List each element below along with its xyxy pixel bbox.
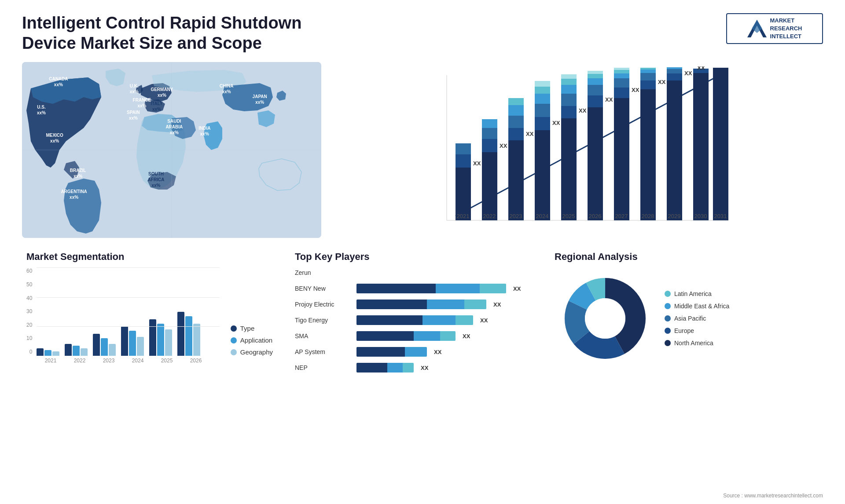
- svg-text:2021: 2021: [457, 213, 470, 219]
- player-bar-projoy-mid: [427, 299, 464, 309]
- regional-label-mea: Middle East & Africa: [674, 303, 729, 310]
- map-label-brazil: BRAZILxx%: [70, 168, 86, 179]
- svg-text:XX: XX: [500, 142, 507, 149]
- player-xx-sma: XX: [463, 333, 470, 340]
- player-name-projoy: Projoy Electric: [295, 301, 352, 308]
- player-bar-projoy: [356, 299, 486, 309]
- seg-x-2025: 2025: [155, 358, 179, 364]
- map-label-argentina: ARGENTINAxx%: [61, 189, 87, 200]
- map-label-china: CHINAxx%: [220, 83, 234, 95]
- svg-rect-15: [482, 139, 497, 152]
- seg-x-2021: 2021: [39, 358, 62, 364]
- seg-legend: Type Application Geography: [231, 325, 273, 356]
- seg-bar-type-2023: [93, 334, 100, 356]
- seg-bar-type-2026: [177, 312, 184, 356]
- svg-rect-52: [614, 88, 629, 98]
- svg-rect-22: [508, 116, 524, 128]
- seg-legend-app-label: Application: [240, 336, 272, 344]
- seg-legend-geo: Geography: [231, 348, 273, 356]
- seg-group-2023: [93, 334, 116, 356]
- player-bar-ap-mid: [405, 347, 427, 357]
- svg-text:XX: XX: [697, 66, 705, 71]
- seg-legend-app-dot: [231, 337, 237, 343]
- bar-chart-svg: 2021 XX 2022 XX: [334, 66, 814, 234]
- regional-dot-apac: [665, 315, 671, 321]
- seg-bar-app-2024: [129, 331, 136, 356]
- seg-bar-app-2021: [44, 350, 51, 356]
- seg-x-2022: 2022: [68, 358, 92, 364]
- player-xx-ap: XX: [434, 349, 441, 355]
- player-bar-sma-mid: [414, 331, 440, 341]
- regional-title: Regional Analysis: [555, 251, 819, 263]
- seg-x-axis: 2021 2022 2023 2024 2025 2026: [39, 358, 273, 364]
- svg-rect-11: [456, 143, 471, 154]
- seg-x-2026: 2026: [184, 358, 208, 364]
- player-bar-sma-light: [440, 331, 456, 341]
- svg-text:XX: XX: [684, 70, 692, 77]
- player-bar-tigo-light: [456, 315, 473, 325]
- player-bar-zerun: [356, 268, 533, 278]
- map-label-southafrica: SOUTHAFRICAxx%: [148, 171, 165, 188]
- seg-bar-app-2023: [101, 338, 108, 356]
- seg-legend-type-label: Type: [240, 325, 255, 332]
- svg-text:2031: 2031: [714, 213, 727, 219]
- seg-bar-app-2025: [157, 324, 164, 356]
- svg-rect-23: [508, 105, 524, 116]
- key-players-section: Top Key Players Zerun BENY New XX: [290, 247, 537, 491]
- player-bar-nep-dark: [356, 363, 387, 373]
- svg-rect-69: [667, 67, 682, 69]
- bar-2030: 2030 XX: [693, 66, 709, 220]
- seg-bar-type-2025: [149, 319, 156, 356]
- player-row-sma: SMA XX: [295, 331, 533, 341]
- seg-group-2026: [177, 312, 200, 356]
- seg-group-2022: [65, 344, 88, 356]
- donut-svg: [555, 268, 656, 369]
- svg-text:XX: XX: [552, 120, 560, 126]
- player-name-beny: BENY New: [295, 285, 352, 292]
- world-map-section: CANADAxx% U.S.xx% MEXICOxx% BRAZILxx% AR…: [22, 62, 321, 238]
- regional-legend-na: North America: [665, 340, 729, 347]
- regional-label-na: North America: [674, 340, 713, 347]
- regional-dot-latam: [665, 291, 671, 297]
- seg-bar-app-2026: [185, 316, 192, 356]
- regional-dot-na: [665, 340, 671, 346]
- svg-text:XX: XX: [717, 66, 725, 68]
- seg-bar-type-2021: [37, 348, 44, 356]
- player-row-nep: NEP XX: [295, 363, 533, 373]
- map-label-canada: CANADAxx%: [49, 76, 68, 88]
- svg-rect-60: [640, 80, 656, 89]
- player-bar-tigo-dark: [356, 315, 422, 325]
- regional-label-latam: Latin America: [674, 290, 712, 297]
- player-xx-nep: XX: [421, 365, 428, 371]
- player-bar-beny-mid: [436, 284, 480, 293]
- player-row-tigo: Tigo Energy XX: [295, 315, 533, 325]
- regional-legend-mea: Middle East & Africa: [665, 303, 729, 310]
- svg-rect-45: [588, 85, 603, 95]
- seg-legend-type-dot: [231, 325, 237, 332]
- svg-rect-28: [535, 117, 550, 130]
- seg-legend-geo-label: Geography: [240, 348, 273, 356]
- player-bar-beny: [356, 284, 506, 293]
- header: Intelligent Control Rapid Shutdown Devic…: [22, 13, 823, 53]
- seg-legend-app: Application: [231, 336, 273, 344]
- player-bar-tigo: [356, 315, 473, 325]
- player-row-beny: BENY New XX: [295, 284, 533, 293]
- svg-rect-54: [614, 73, 629, 78]
- player-xx-tigo: XX: [480, 317, 488, 324]
- svg-rect-10: [456, 154, 471, 168]
- bar-2023: 2023 XX: [508, 98, 534, 220]
- svg-rect-31: [535, 87, 550, 94]
- svg-text:2029: 2029: [668, 213, 681, 219]
- svg-rect-35: [561, 118, 577, 220]
- seg-bar-app-2022: [73, 346, 80, 356]
- svg-rect-16: [482, 128, 497, 139]
- player-bar-sma: [356, 331, 456, 341]
- logo-area: MARKET RESEARCH INTELLECT: [726, 13, 823, 44]
- seg-bar-geo-2023: [109, 344, 116, 356]
- map-label-france: FRANCExx%: [133, 97, 151, 109]
- svg-text:2024: 2024: [536, 213, 549, 219]
- map-label-italy: ITALYxx%: [151, 101, 162, 112]
- regional-dot-mea: [665, 303, 671, 309]
- svg-rect-62: [640, 69, 656, 73]
- seg-group-2021: [37, 348, 59, 356]
